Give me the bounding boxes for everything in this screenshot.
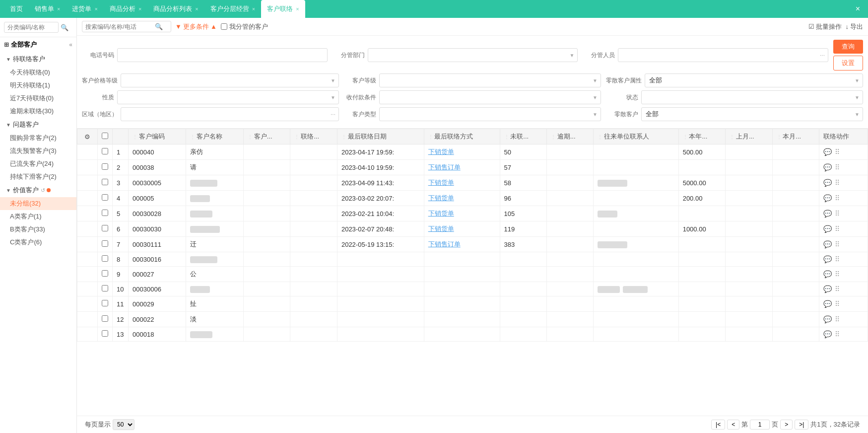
row-settings[interactable] [77, 327, 98, 342]
sidebar-item-tomorrow[interactable]: 明天待联络(1) [0, 79, 76, 92]
row-checkbox[interactable] [102, 240, 108, 247]
batch-op-btn[interactable]: ☑ 批量操作 [808, 22, 842, 31]
reset-button[interactable]: 设置 [833, 56, 863, 71]
main-search-icon[interactable]: 🔍 [155, 23, 163, 30]
tab-customer-contact[interactable]: 客户联络 × [261, 0, 305, 18]
more-icon[interactable]: ⠿ [835, 163, 840, 171]
contact-way-link[interactable]: 下销售订单 [428, 240, 461, 248]
close-tab-customer-tier[interactable]: × [252, 6, 255, 12]
filter-retail-customer-select[interactable]: 全部 ▼ [641, 107, 863, 121]
select-all-checkbox[interactable] [102, 133, 108, 139]
more-icon[interactable]: ⠿ [835, 179, 840, 187]
more-icon[interactable]: ⠿ [835, 285, 840, 293]
comment-icon[interactable]: 💬 [823, 179, 832, 187]
prev-page-btn[interactable]: < [727, 420, 739, 430]
tab-purchase[interactable]: 进货单 × [66, 0, 103, 18]
close-window-btn[interactable]: × [852, 4, 864, 13]
close-tab-analysis[interactable]: × [138, 6, 141, 12]
sidebar-item-class-b[interactable]: B类客户(33) [0, 223, 76, 236]
tab-analysis-list[interactable]: 商品分析列表 × [147, 0, 204, 18]
row-settings[interactable] [77, 160, 98, 175]
filter-dept-select[interactable]: ▼ [368, 48, 578, 62]
query-button[interactable]: 查询 [833, 40, 863, 54]
no-contact-col-header[interactable]: 未联... [500, 129, 546, 144]
row-settings[interactable] [77, 175, 98, 191]
collapse-icon[interactable]: « [69, 41, 72, 48]
tab-customer-tier[interactable]: 客户分层经营 × [204, 0, 261, 18]
tab-sales[interactable]: 销售单 × [29, 0, 66, 18]
comment-icon[interactable]: 💬 [823, 330, 832, 338]
sidebar-item-class-a[interactable]: A类客户(1) [0, 210, 76, 223]
sidebar-item-declining[interactable]: 持续下滑客户(2) [0, 170, 76, 183]
sidebar-item-churn-warning[interactable]: 流失预警客户(3) [0, 144, 76, 157]
page-input[interactable] [750, 420, 770, 430]
all-customers-header[interactable]: ⊞ 全部客户 « [0, 37, 76, 52]
row-settings[interactable] [77, 221, 98, 237]
more-icon[interactable]: ⠿ [835, 270, 840, 278]
contact-way-link[interactable]: 下销货单 [428, 225, 454, 232]
contact-way-link[interactable]: 下销售订单 [428, 163, 461, 171]
row-checkbox[interactable] [102, 315, 108, 322]
row-checkbox[interactable] [102, 148, 108, 154]
export-btn[interactable]: ↓ 导出 [846, 22, 864, 31]
filter-status-select[interactable]: ▼ [641, 90, 863, 104]
row-settings[interactable] [77, 267, 98, 282]
sidebar-item-class-c[interactable]: C类客户(6) [0, 236, 76, 249]
contact-person-col-header[interactable]: 往来单位联系人 [594, 129, 678, 144]
more-icon[interactable]: ⠿ [835, 330, 840, 338]
this-year-col-header[interactable]: 本年... [678, 129, 725, 144]
more-icon[interactable]: ⠿ [835, 315, 840, 323]
comment-icon[interactable]: 💬 [823, 270, 832, 278]
row-checkbox[interactable] [102, 194, 108, 201]
refresh-icon[interactable]: ↺ [41, 187, 45, 194]
comment-icon[interactable]: 💬 [823, 240, 832, 248]
code-col-header[interactable]: 客户编码 [129, 129, 186, 144]
category-search-icon[interactable]: 🔍 [61, 24, 68, 31]
sidebar-item-today[interactable]: 今天待联络(0) [0, 66, 76, 79]
filter-payment-select[interactable]: ▼ [379, 90, 601, 104]
row-settings[interactable] [77, 282, 98, 296]
overdue-col-header[interactable]: 逾期... [546, 129, 593, 144]
value-customer-group[interactable]: ▼ 价值客户 ↺ [0, 183, 76, 197]
contact-way-link[interactable]: 下销货单 [428, 148, 454, 155]
more-conditions-btn[interactable]: ▼ 更多条件 ▲ [175, 22, 217, 31]
row-checkbox[interactable] [102, 285, 108, 291]
comment-icon[interactable]: 💬 [823, 285, 832, 293]
comment-icon[interactable]: 💬 [823, 225, 832, 233]
filter-manager-input[interactable] [618, 48, 828, 62]
close-tab-customer-contact[interactable]: × [296, 6, 299, 12]
filter-retail-attr-select[interactable]: 全部 ▼ [645, 73, 863, 87]
first-page-btn[interactable]: |< [711, 420, 725, 430]
row-settings[interactable] [77, 206, 98, 221]
row-checkbox[interactable] [102, 255, 108, 262]
row-checkbox[interactable] [102, 225, 108, 231]
problem-customer-group[interactable]: ▼ 问题客户 [0, 118, 76, 132]
last-page-btn[interactable]: >| [795, 420, 808, 430]
sidebar-item-7days[interactable]: 近7天待联络(0) [0, 92, 76, 105]
type-col-header[interactable]: 客户... [244, 129, 290, 144]
more-icon[interactable]: ⠿ [835, 225, 840, 233]
row-settings[interactable] [77, 252, 98, 267]
sidebar-item-hoard[interactable]: 囤购异常客户(2) [0, 132, 76, 144]
comment-icon[interactable]: 💬 [823, 148, 832, 156]
comment-icon[interactable]: 💬 [823, 315, 832, 323]
contact-way-link[interactable]: 下销货单 [428, 179, 454, 186]
per-page-select[interactable]: 50 [113, 419, 134, 430]
row-checkbox[interactable] [102, 179, 108, 185]
last-month-col-header[interactable]: 上月... [726, 129, 772, 144]
sidebar-item-ungrouped[interactable]: 未分组(32) [0, 197, 76, 210]
close-tab-purchase[interactable]: × [94, 6, 97, 12]
name-col-header[interactable]: 客户名称 [186, 129, 244, 144]
contact-way-link[interactable]: 下销货单 [428, 210, 454, 217]
this-month-col-header[interactable]: 本月... [772, 129, 819, 144]
sidebar-item-churned[interactable]: 已流失客户(24) [0, 157, 76, 170]
row-checkbox[interactable] [102, 163, 108, 170]
sidebar-item-overdue[interactable]: 逾期未联络(30) [0, 105, 76, 118]
more-icon[interactable]: ⠿ [835, 300, 840, 308]
row-settings[interactable] [77, 312, 98, 327]
my-customers-checkbox[interactable] [221, 23, 227, 30]
comment-icon[interactable]: 💬 [823, 210, 832, 217]
more-icon[interactable]: ⠿ [835, 148, 840, 156]
close-tab-sales[interactable]: × [57, 6, 60, 12]
more-icon[interactable]: ⠿ [835, 194, 840, 202]
